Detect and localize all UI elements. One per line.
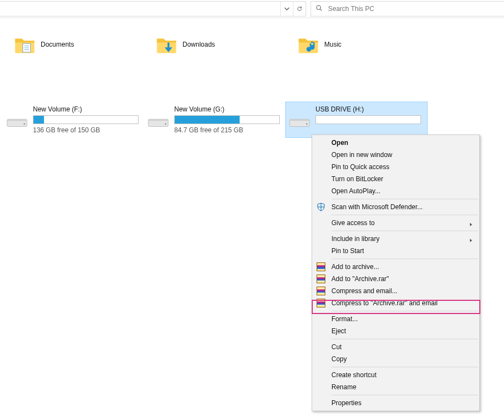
drive-usage-fill: [175, 116, 240, 124]
context-menu-add-to-archive-rar[interactable]: Add to "Archive.rar": [313, 273, 479, 285]
context-menu-open-in-new-window[interactable]: Open in new window: [313, 149, 479, 161]
drive-usage-bar: [174, 115, 280, 124]
context-menu-separator: [331, 311, 478, 311]
folders-row: Documents Downloads Music: [0, 31, 504, 80]
context-menu-item-label: Open: [331, 139, 348, 147]
search-box[interactable]: [311, 1, 504, 16]
context-menu-item-label: Rename: [331, 383, 356, 391]
context-menu-item-label: Pin to Quick access: [331, 163, 389, 171]
drive-g[interactable]: New Volume (G:) 84.7 GB free of 215 GB: [145, 102, 286, 137]
drive-usage-bar: [315, 115, 421, 124]
folder-label: Music: [324, 41, 341, 48]
context-menu-rename[interactable]: Rename: [313, 381, 479, 393]
folder-music[interactable]: Music: [295, 31, 436, 58]
context-menu-item-label: Scan with Microsoft Defender...: [331, 203, 423, 211]
context-menu-include-in-library[interactable]: Include in library: [313, 233, 479, 245]
top-bar: [0, 0, 504, 18]
context-menu-open-autoplay[interactable]: Open AutoPlay...: [313, 185, 479, 197]
context-menu-compress-to-archive-rar-and-email[interactable]: Compress to "Archive.rar" and email: [313, 297, 479, 309]
context-menu-separator: [331, 339, 478, 339]
refresh-button[interactable]: [293, 2, 306, 16]
svg-point-11: [165, 123, 167, 125]
submenu-arrow-icon: [469, 237, 473, 241]
context-menu-separator: [331, 199, 478, 199]
context-menu-scan-with-microsoft-defender[interactable]: Scan with Microsoft Defender...: [313, 201, 479, 213]
documents-folder-icon: [13, 33, 36, 56]
search-input[interactable]: [327, 4, 472, 13]
context-menu-eject[interactable]: Eject: [313, 325, 479, 337]
context-menu-turn-on-bitlocker[interactable]: Turn on BitLocker: [313, 173, 479, 185]
winrar-icon: [317, 299, 325, 307]
folder-label: Downloads: [182, 41, 215, 48]
folder-documents[interactable]: Documents: [11, 31, 153, 58]
context-menu-properties[interactable]: Properties: [313, 397, 479, 409]
context-menu-item-label: Format...: [331, 315, 358, 323]
context-menu-item-label: Pin to Start: [331, 247, 364, 255]
context-menu-item-label: Open in new window: [331, 151, 392, 159]
context-menu-format[interactable]: Format...: [313, 313, 479, 325]
context-menu-copy[interactable]: Copy: [313, 353, 479, 365]
drive-icon: [147, 110, 170, 133]
context-menu-item-label: Add to archive...: [331, 263, 379, 271]
drives-row: New Volume (F:) 136 GB free of 150 GB Ne…: [0, 102, 504, 137]
context-menu-item-label: Compress and email...: [331, 287, 397, 295]
drive-icon: [5, 110, 29, 133]
folder-downloads[interactable]: Downloads: [153, 31, 295, 58]
winrar-icon: [317, 275, 325, 283]
context-menu-item-label: Include in library: [331, 235, 379, 243]
winrar-icon: [317, 262, 325, 271]
address-history-dropdown[interactable]: [280, 2, 293, 16]
drive-h[interactable]: USB DRIVE (H:): [286, 102, 427, 137]
context-menu-pin-to-start[interactable]: Pin to Start: [313, 245, 479, 257]
context-menu-item-label: Turn on BitLocker: [331, 175, 383, 183]
context-menu-open[interactable]: Open: [313, 137, 479, 149]
svg-rect-10: [148, 119, 168, 121]
defender-icon: [317, 203, 325, 211]
context-menu-cut[interactable]: Cut: [313, 341, 479, 353]
drive-free-text: 84.7 GB free of 215 GB: [174, 126, 286, 134]
drive-name: USB DRIVE (H:): [315, 105, 427, 113]
music-folder-icon: [297, 33, 320, 56]
context-menu-item-label: Create shortcut: [331, 371, 376, 379]
context-menu-item-label: Give access to: [331, 219, 375, 227]
context-menu-separator: [331, 259, 478, 259]
context-menu-item-label: Open AutoPlay...: [331, 187, 380, 195]
drive-usage-fill: [34, 116, 44, 124]
context-menu-item-label: Compress to "Archive.rar" and email: [331, 299, 437, 307]
context-menu-separator: [331, 367, 478, 367]
svg-point-8: [24, 123, 25, 125]
drive-usage-bar: [33, 115, 139, 124]
context-menu-add-to-archive[interactable]: Add to archive...: [313, 261, 479, 273]
context-menu-pin-to-quick-access[interactable]: Pin to Quick access: [313, 161, 479, 173]
drive-name: New Volume (G:): [174, 105, 286, 113]
svg-rect-13: [290, 119, 309, 121]
context-menu-separator: [331, 215, 478, 215]
context-menu-give-access-to[interactable]: Give access to: [313, 217, 479, 229]
context-menu-separator: [331, 395, 478, 395]
svg-rect-7: [7, 119, 27, 121]
context-menu-item-label: Cut: [331, 343, 342, 351]
drive-icon: [288, 110, 311, 133]
context-menu: OpenOpen in new windowPin to Quick acces…: [312, 135, 480, 411]
context-menu-item-label: Add to "Archive.rar": [331, 275, 389, 283]
context-menu-item-label: Copy: [331, 355, 347, 363]
context-menu-item-label: Properties: [331, 399, 362, 407]
svg-point-14: [306, 123, 308, 125]
winrar-icon: [317, 287, 325, 295]
context-menu-compress-and-email[interactable]: Compress and email...: [313, 285, 479, 297]
svg-point-0: [317, 5, 320, 9]
context-menu-create-shortcut[interactable]: Create shortcut: [313, 369, 479, 381]
context-menu-separator: [331, 231, 478, 231]
submenu-arrow-icon: [469, 221, 473, 225]
drive-free-text: 136 GB free of 150 GB: [33, 126, 145, 134]
drive-f[interactable]: New Volume (F:) 136 GB free of 150 GB: [3, 102, 145, 137]
folder-label: Documents: [41, 41, 74, 48]
address-bar[interactable]: [0, 1, 306, 16]
svg-line-1: [320, 9, 322, 11]
downloads-folder-icon: [155, 33, 178, 56]
drive-name: New Volume (F:): [33, 105, 145, 113]
search-icon: [315, 4, 323, 13]
context-menu-item-label: Eject: [331, 327, 346, 335]
